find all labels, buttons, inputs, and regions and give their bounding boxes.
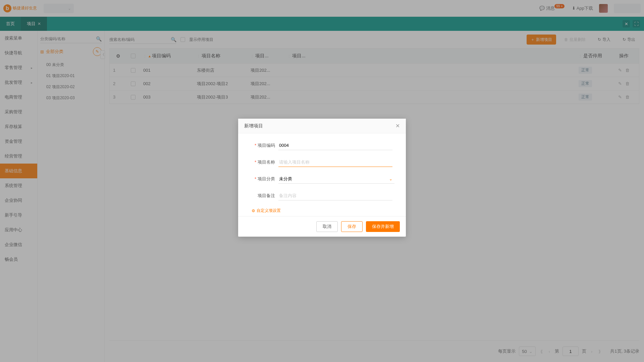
name-input[interactable] (278, 158, 392, 167)
chevron-down-icon[interactable]: ⌄ (389, 177, 392, 181)
save-and-add-button[interactable]: 保存并新增 (366, 221, 400, 232)
modal-overlay: 新增项目 ✕ *项目编码 *项目名称 *项目分类 ⌄ 项目备注 ⚙ (0, 0, 644, 362)
close-icon[interactable]: ✕ (395, 123, 400, 129)
custom-fields-link[interactable]: ⚙ 自定义项设置 (252, 208, 392, 214)
remark-input[interactable] (278, 191, 392, 200)
gear-icon: ⚙ (252, 208, 255, 213)
category-label: 项目分类 (258, 176, 275, 181)
modal-title: 新增项目 (244, 123, 263, 129)
name-label: 项目名称 (258, 160, 275, 165)
remark-label: 项目备注 (258, 193, 275, 198)
code-input[interactable] (278, 141, 392, 150)
custom-fields-label: 自定义项设置 (257, 208, 281, 214)
add-project-modal: 新增项目 ✕ *项目编码 *项目名称 *项目分类 ⌄ 项目备注 ⚙ (238, 119, 406, 237)
modal-header: 新增项目 ✕ (238, 119, 406, 133)
code-label: 项目编码 (258, 143, 275, 148)
modal-footer: 取消 保存 保存并新增 (238, 216, 406, 237)
category-select[interactable] (278, 174, 394, 184)
cancel-button[interactable]: 取消 (316, 221, 338, 232)
save-button[interactable]: 保存 (341, 221, 363, 232)
